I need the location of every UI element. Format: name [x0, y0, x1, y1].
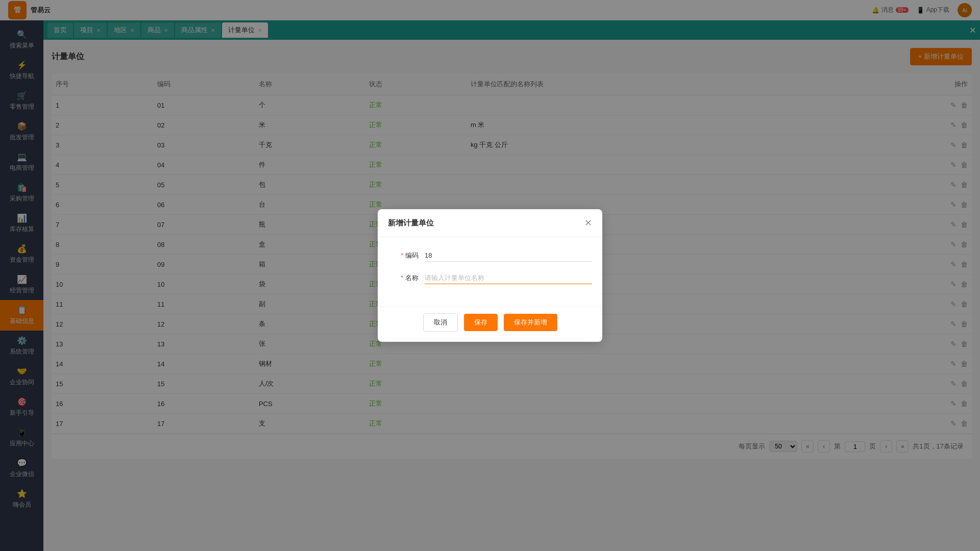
required-mark: * — [401, 252, 403, 259]
modal-header: 新增计量单位 ✕ — [378, 209, 602, 237]
modal-title: 新增计量单位 — [388, 218, 434, 228]
modal-footer: 取消 保存 保存并新增 — [378, 307, 602, 342]
required-mark-2: * — [401, 274, 403, 282]
form-label-code: * 编码 — [388, 251, 419, 260]
save-button[interactable]: 保存 — [464, 314, 498, 331]
code-input[interactable] — [425, 249, 592, 262]
modal-overlay[interactable]: 新增计量单位 ✕ * 编码 * 名称 取消 保存 保存并新增 — [0, 0, 980, 551]
cancel-button[interactable]: 取消 — [423, 313, 458, 332]
name-input[interactable] — [425, 272, 592, 284]
form-row-name: * 名称 — [388, 272, 592, 284]
save-new-button[interactable]: 保存并新增 — [504, 314, 557, 331]
modal: 新增计量单位 ✕ * 编码 * 名称 取消 保存 保存并新增 — [378, 209, 602, 342]
form-row-code: * 编码 — [388, 249, 592, 262]
modal-close-btn[interactable]: ✕ — [584, 217, 592, 229]
form-label-name: * 名称 — [388, 273, 419, 283]
modal-body: * 编码 * 名称 — [378, 237, 602, 307]
